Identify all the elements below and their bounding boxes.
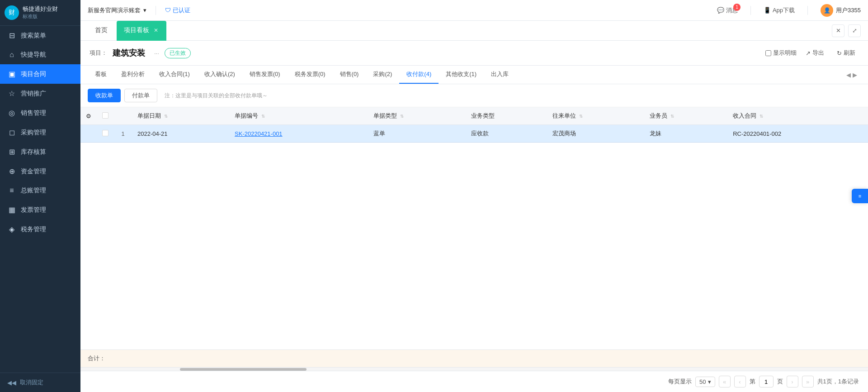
tab-project-board[interactable]: 项目看板 ✕ bbox=[117, 21, 166, 41]
subtab-sales-invoice[interactable]: 销售发票(0) bbox=[242, 66, 288, 84]
subtab-sales[interactable]: 销售(0) bbox=[333, 66, 366, 84]
sidebar-item-tax[interactable]: ◈ 税务管理 bbox=[0, 220, 80, 239]
td-salesman: 龙妹 bbox=[644, 125, 727, 143]
subtab-profit[interactable]: 盈利分析 bbox=[114, 66, 152, 84]
sidebar-item-label: 总账管理 bbox=[21, 186, 46, 195]
export-label: 导出 bbox=[812, 49, 824, 57]
prev-page-button[interactable]: ‹ bbox=[734, 376, 746, 387]
sidebar-item-funds[interactable]: ⊕ 资金管理 bbox=[0, 162, 80, 181]
export-button[interactable]: ↗ 导出 bbox=[802, 47, 828, 59]
first-page-button[interactable]: « bbox=[719, 376, 731, 387]
topbar-divider3 bbox=[807, 6, 808, 15]
subtab-other-expense[interactable]: 其他收支(1) bbox=[439, 66, 484, 84]
sidebar-item-sales[interactable]: ◎ 销售管理 bbox=[0, 103, 80, 123]
td-index: 1 bbox=[114, 125, 132, 143]
next-subtab-icon[interactable]: ▶ bbox=[853, 72, 857, 78]
sidebar-item-inventory[interactable]: ⊞ 库存核算 bbox=[0, 142, 80, 162]
page-number-input[interactable] bbox=[759, 376, 774, 387]
show-detail-input[interactable] bbox=[765, 50, 771, 56]
tab-close-icon[interactable]: ✕ bbox=[153, 26, 159, 34]
app-subtitle: 标准版 bbox=[23, 13, 58, 20]
user-menu[interactable]: 👤 用户3355 bbox=[821, 4, 861, 17]
th-salesman[interactable]: 业务员 ⇅ bbox=[644, 107, 727, 125]
sidebar-item-shortcut[interactable]: ⌂ 快捷导航 bbox=[0, 45, 80, 64]
refresh-button[interactable]: ↻ 刷新 bbox=[833, 47, 859, 59]
td-settings bbox=[80, 125, 97, 143]
topbar-divider bbox=[156, 6, 156, 15]
sidebar-item-marketing[interactable]: ☆ 营销推广 bbox=[0, 84, 80, 103]
subtab-board[interactable]: 看板 bbox=[88, 66, 114, 84]
settings-icon[interactable]: ⚙ bbox=[86, 113, 91, 120]
main-content: 新服务官网演示账套 ▾ 🛡 已认证 💬 消息 1 📱 App下载 👤 用户335… bbox=[80, 0, 868, 392]
subtab-receipt[interactable]: 收付款(4) bbox=[399, 66, 439, 84]
more-options-icon[interactable]: ··· bbox=[154, 50, 159, 57]
select-all-checkbox[interactable] bbox=[102, 112, 108, 119]
user-name: 用户3355 bbox=[836, 6, 861, 14]
chevron-down-icon: ▾ bbox=[143, 7, 146, 14]
th-salesman-label: 业务员 bbox=[650, 112, 667, 119]
page-size-label: 每页显示 bbox=[668, 378, 692, 386]
th-settings[interactable]: ⚙ bbox=[80, 107, 97, 125]
sort-icon: ⇅ bbox=[760, 114, 763, 119]
show-detail-checkbox[interactable]: 显示明细 bbox=[765, 49, 797, 57]
th-type[interactable]: 单据类型 ⇅ bbox=[368, 107, 465, 125]
td-checkbox[interactable] bbox=[97, 125, 114, 143]
prev-page-icon: ‹ bbox=[739, 378, 741, 385]
message-button[interactable]: 💬 消息 1 bbox=[717, 6, 738, 14]
subtab-income-confirm[interactable]: 收入确认(2) bbox=[197, 66, 242, 84]
sidebar-item-invoice[interactable]: ▦ 发票管理 bbox=[0, 200, 80, 220]
subtab-inout[interactable]: 出入库 bbox=[484, 66, 516, 84]
project-label: 项目： bbox=[90, 49, 107, 57]
sidebar-item-search[interactable]: ⊟ 搜索菜单 bbox=[0, 26, 80, 45]
table-scrollbar[interactable] bbox=[80, 367, 868, 371]
subtab-income-contract-label: 收入合同(1) bbox=[159, 71, 190, 77]
subtab-sales-invoice-label: 销售发票(0) bbox=[250, 71, 280, 77]
sidebar-item-ledger[interactable]: ≡ 总账管理 bbox=[0, 181, 80, 200]
document-number-link[interactable]: SK-20220421-001 bbox=[235, 130, 283, 137]
sidebar-item-label: 税务管理 bbox=[21, 225, 46, 234]
page-suffix-label: 页 bbox=[777, 378, 783, 386]
expand-window-button[interactable]: ⤢ bbox=[848, 24, 861, 37]
subtab-tax-invoice[interactable]: 税务发票(0) bbox=[288, 66, 333, 84]
th-date-label: 单据日期 bbox=[137, 112, 161, 119]
payment-filter-button[interactable]: 付款单 bbox=[124, 89, 157, 102]
receipt-filter-button[interactable]: 收款单 bbox=[88, 89, 121, 102]
th-checkbox[interactable] bbox=[97, 107, 114, 125]
unpin-button[interactable]: ◀◀ 取消固定 bbox=[0, 373, 80, 392]
th-income-contract[interactable]: 收入合同 ⇅ bbox=[727, 107, 868, 125]
sidebar-header: 财 畅捷通好业财 标准版 bbox=[0, 0, 80, 26]
float-action-button[interactable]: ≡ bbox=[852, 189, 868, 203]
page-size-chevron: ▾ bbox=[708, 378, 711, 385]
sort-icon: ⇅ bbox=[579, 114, 583, 119]
th-partner[interactable]: 往来单位 ⇅ bbox=[547, 107, 644, 125]
sidebar-item-purchase[interactable]: ◻ 采购管理 bbox=[0, 123, 80, 142]
td-number[interactable]: SK-20220421-001 bbox=[229, 125, 368, 143]
th-biz-type-label: 业务类型 bbox=[471, 112, 495, 119]
close-window-button[interactable]: ✕ bbox=[832, 24, 844, 37]
next-page-icon: › bbox=[791, 378, 793, 385]
sidebar-item-project[interactable]: ▣ 项目合同 bbox=[0, 64, 80, 84]
app-download-button[interactable]: 📱 App下载 bbox=[764, 6, 795, 14]
project-selector[interactable]: 新服务官网演示账套 ▾ bbox=[88, 6, 146, 14]
invoice-icon: ▦ bbox=[7, 206, 16, 214]
subfilter: 收款单 付款单 注：这里是与项目关联的全部收付款单哦～ bbox=[80, 84, 868, 107]
th-date[interactable]: 单据日期 ⇅ bbox=[132, 107, 229, 125]
row-checkbox[interactable] bbox=[102, 130, 108, 136]
ledger-icon: ≡ bbox=[7, 186, 16, 195]
subtab-purchase[interactable]: 采购(2) bbox=[366, 66, 399, 84]
page-size-select[interactable]: 50 ▾ bbox=[695, 377, 715, 387]
prev-subtab-icon[interactable]: ◀ bbox=[846, 72, 851, 78]
next-page-button[interactable]: › bbox=[787, 376, 798, 387]
avatar: 👤 bbox=[821, 4, 833, 17]
scrollbar-thumb[interactable] bbox=[180, 368, 307, 371]
td-type: 蓝单 bbox=[368, 125, 465, 143]
tab-home[interactable]: 首页 bbox=[88, 21, 115, 41]
th-number[interactable]: 单据编号 ⇅ bbox=[229, 107, 368, 125]
funds-icon: ⊕ bbox=[7, 167, 16, 176]
tabbar-actions: ✕ ⤢ bbox=[832, 24, 861, 37]
last-page-button[interactable]: » bbox=[802, 376, 814, 387]
sort-icon: ⇅ bbox=[261, 114, 265, 119]
project-name: 建筑安装 bbox=[113, 48, 145, 58]
sort-icon: ⇅ bbox=[164, 114, 168, 119]
subtab-income-contract[interactable]: 收入合同(1) bbox=[152, 66, 197, 84]
